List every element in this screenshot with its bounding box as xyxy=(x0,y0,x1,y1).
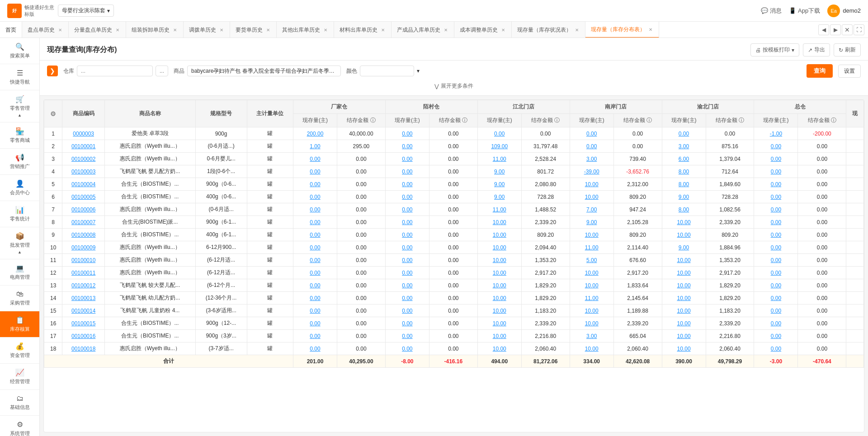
row-jb-qty[interactable]: 9.00 xyxy=(477,165,521,178)
row-jb-qty[interactable]: 109.00 xyxy=(477,140,521,153)
row-fac-qty[interactable]: 0.00 xyxy=(293,342,337,355)
row-fac-qty[interactable]: 0.00 xyxy=(293,203,337,216)
message-btn[interactable]: 💬 消息 xyxy=(761,7,782,15)
row-fac-qty[interactable]: 0.00 xyxy=(293,317,337,330)
row-jb-qty[interactable]: 10.00 xyxy=(477,267,521,279)
row-na-qty[interactable]: 3.00 xyxy=(570,330,613,342)
row-fac-qty[interactable]: 0.00 xyxy=(293,191,337,203)
tab-close-material-out[interactable]: ✕ xyxy=(380,27,386,33)
row-na-qty[interactable]: 5.00 xyxy=(570,254,613,267)
sidebar-item-base[interactable]: 🗂基础信息 xyxy=(0,390,39,416)
tab-product-in[interactable]: 产成品入库单历史✕ xyxy=(392,22,454,38)
tab-close-combine[interactable]: ✕ xyxy=(172,27,178,33)
row-na-qty[interactable]: 3.00 xyxy=(570,153,613,165)
row-na-qty[interactable]: 11.00 xyxy=(570,241,613,254)
row-zc-qty[interactable]: 0.00 xyxy=(754,178,798,191)
sidebar-item-wholesale[interactable]: 📦批发管理▲ xyxy=(0,227,39,259)
table-settings-icon[interactable]: ⚙ xyxy=(50,110,56,117)
row-fac-qty[interactable]: 0.00 xyxy=(293,330,337,342)
row-code[interactable]: 00100016 xyxy=(62,330,105,342)
row-zc-qty[interactable]: 0.00 xyxy=(754,216,798,229)
tab-close-other-out[interactable]: ✕ xyxy=(323,27,328,33)
row-fac-qty[interactable]: 0.00 xyxy=(293,241,337,254)
row-na-qty[interactable]: 10.00 xyxy=(570,342,613,355)
org-selector[interactable]: 母婴行业演示陈套 ▾ xyxy=(58,5,114,17)
row-code[interactable]: 00100011 xyxy=(62,267,105,279)
refresh-btn[interactable]: ↻ 刷新 xyxy=(834,43,861,56)
row-jb-qty[interactable]: 11.00 xyxy=(477,153,521,165)
sidebar-item-operation[interactable]: 📈经营管理 xyxy=(0,364,39,390)
row-yb-qty[interactable]: 10.00 xyxy=(662,305,706,317)
row-fac-qty[interactable]: 0.00 xyxy=(293,292,337,305)
sidebar-item-ecommerce[interactable]: 💻电商管理 xyxy=(0,259,39,286)
row-code[interactable]: 00100004 xyxy=(62,178,105,191)
sidebar-item-finance[interactable]: 💰资金管理 xyxy=(0,338,39,364)
row-yb-qty[interactable]: 10.00 xyxy=(662,267,706,279)
expand-more-btn[interactable]: ⋁ 展开更多条件 xyxy=(431,80,477,92)
row-mc-qty[interactable]: 0.00 xyxy=(385,191,429,203)
row-code[interactable]: 00100013 xyxy=(62,292,105,305)
row-yb-qty[interactable]: 8.00 xyxy=(662,165,706,178)
sidebar-item-nav[interactable]: ☰快捷导航 xyxy=(0,64,39,90)
row-na-qty[interactable]: 11.00 xyxy=(570,292,613,305)
row-mc-qty[interactable]: 0.00 xyxy=(385,153,429,165)
tab-stock-single2[interactable]: 分量盘点单历史✕ xyxy=(69,22,126,38)
tab-other-out[interactable]: 其他出库单历史✕ xyxy=(277,22,334,38)
warehouse-dots-btn[interactable]: ... xyxy=(156,66,168,76)
row-zc-qty[interactable]: 0.00 xyxy=(754,292,798,305)
sidebar-item-inventory[interactable]: 📋库存核算 xyxy=(0,311,39,338)
row-mc-qty[interactable]: 0.00 xyxy=(385,254,429,267)
color-input[interactable] xyxy=(360,66,414,76)
row-zc-qty[interactable]: 0.00 xyxy=(754,229,798,241)
row-yb-qty[interactable]: 10.00 xyxy=(662,254,706,267)
tab-close-demand[interactable]: ✕ xyxy=(265,27,271,33)
row-zc-qty[interactable]: 0.00 xyxy=(754,279,798,292)
tab-close-stock-status[interactable]: ✕ xyxy=(574,27,580,33)
row-jb-qty[interactable]: 10.00 xyxy=(477,305,521,317)
sidebar-item-system[interactable]: ⚙系统管理 xyxy=(0,416,39,436)
tab-close-cost-adjust[interactable]: ✕ xyxy=(500,27,506,33)
row-jb-qty[interactable]: 11.00 xyxy=(477,203,521,216)
tab-combine[interactable]: 组装拆卸单历史✕ xyxy=(126,22,184,38)
row-zc-qty[interactable]: 0.00 xyxy=(754,140,798,153)
row-mc-qty[interactable]: 0.00 xyxy=(385,279,429,292)
sidebar-item-retail[interactable]: 🛒零售管理▲ xyxy=(0,90,39,122)
row-yb-qty[interactable]: 9.00 xyxy=(662,241,706,254)
row-na-qty[interactable]: 10.00 xyxy=(570,191,613,203)
row-yb-qty[interactable]: 10.00 xyxy=(662,216,706,229)
row-yb-qty[interactable]: 6.00 xyxy=(662,153,706,165)
sidebar-item-purchase[interactable]: 🛍采购管理 xyxy=(0,286,39,311)
row-zc-qty[interactable]: 0.00 xyxy=(754,342,798,355)
row-jb-qty[interactable]: 10.00 xyxy=(477,254,521,267)
row-code[interactable]: 00100010 xyxy=(62,254,105,267)
tab-close-product-in[interactable]: ✕ xyxy=(443,27,448,33)
row-mc-qty[interactable]: 0.00 xyxy=(385,317,429,330)
row-na-qty[interactable]: 9.00 xyxy=(570,216,613,229)
row-fac-qty[interactable]: 1.00 xyxy=(293,140,337,153)
row-code[interactable]: 0000003 xyxy=(62,127,105,140)
tab-cost-adjust[interactable]: 成本调整单历史✕ xyxy=(454,22,512,38)
row-mc-qty[interactable]: 0.00 xyxy=(385,342,429,355)
row-zc-qty[interactable]: 0.00 xyxy=(754,254,798,267)
row-yb-qty[interactable]: 10.00 xyxy=(662,317,706,330)
row-fac-qty[interactable]: 0.00 xyxy=(293,165,337,178)
row-yb-qty[interactable]: 10.00 xyxy=(662,330,706,342)
row-zc-qty[interactable]: 0.00 xyxy=(754,241,798,254)
row-jb-qty[interactable]: 10.00 xyxy=(477,292,521,305)
app-download-btn[interactable]: 📱 App下载 xyxy=(789,7,820,15)
sidebar-item-retail-stats[interactable]: 📊零售统计 xyxy=(0,201,39,227)
row-yb-qty[interactable]: 0.00 xyxy=(662,127,706,140)
tab-material-out[interactable]: 材料出库单历史✕ xyxy=(334,22,392,38)
row-mc-qty[interactable]: 0.00 xyxy=(385,203,429,216)
sidebar-item-retail-store[interactable]: 🏪零售商城 xyxy=(0,122,39,149)
row-code[interactable]: 00100012 xyxy=(62,279,105,292)
row-fac-qty[interactable]: 0.00 xyxy=(293,216,337,229)
row-zc-qty[interactable]: 0.00 xyxy=(754,191,798,203)
row-mc-qty[interactable]: 0.00 xyxy=(385,216,429,229)
sidebar-item-search[interactable]: 🔍搜索英单 xyxy=(0,38,39,64)
warehouse-input[interactable] xyxy=(77,66,153,76)
row-fac-qty[interactable]: 0.00 xyxy=(293,254,337,267)
sidebar-item-marketing[interactable]: 📢营销推广 xyxy=(0,149,39,175)
row-fac-qty[interactable]: 0.00 xyxy=(293,229,337,241)
row-fac-qty[interactable]: 0.00 xyxy=(293,178,337,191)
